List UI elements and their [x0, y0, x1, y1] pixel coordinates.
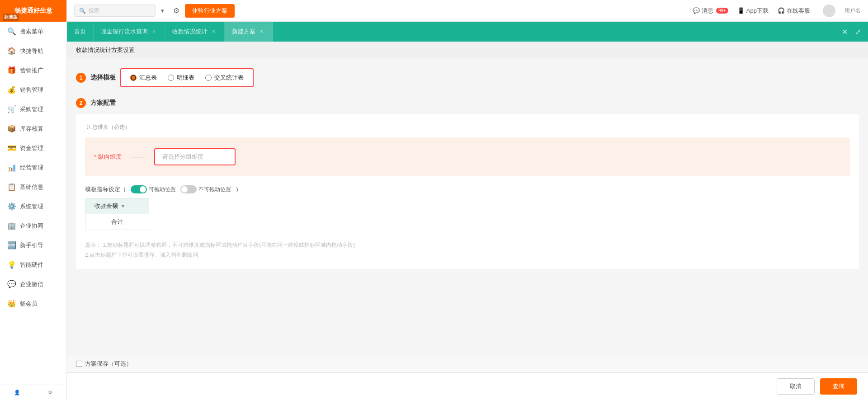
sidebar-item-purchase[interactable]: 🛒采购管理: [0, 99, 66, 119]
finance-label: 资金管理: [20, 144, 43, 152]
sidebar-item-search-menu[interactable]: 🔍搜索菜单: [0, 22, 66, 41]
step2-title: 方案配置: [90, 99, 116, 107]
hint-1: 提示： 1.拖动标题栏可以调整布局，不可跨维度或指标区域拖动栏目字段(只能在同一…: [85, 240, 850, 250]
sidebar-item-corp-coop[interactable]: 🏢企业协同: [0, 216, 66, 235]
user-name: 用户名: [844, 7, 861, 14]
message-badge: 99+: [716, 8, 728, 14]
sidebar: 畅捷通好生意 标准版 🔍搜索菜单🏠快捷导航🎁营销推广💰销售管理🛒采购管理📦库存核…: [0, 0, 67, 400]
system-label: 系统管理: [20, 202, 43, 211]
inventory-label: 库存核算: [20, 125, 43, 133]
quick-nav-icon: 🏠: [7, 47, 16, 55]
metric-header: 模板指标设定（ 可拖动位置 不可拖动位置 ）: [85, 185, 850, 193]
sales-label: 销售管理: [20, 86, 43, 94]
query-button[interactable]: 查询: [820, 378, 857, 395]
dimension-section-label: 汇总维度（必选）: [87, 124, 130, 130]
tab-label-new-plan: 新建方案: [232, 28, 255, 36]
download-btn[interactable]: 📱 App下载: [737, 7, 769, 15]
search-placeholder-text: 搜索: [89, 7, 99, 14]
corp-wechat-label: 企业微信: [20, 280, 43, 288]
gear-icon[interactable]: ⚙: [173, 6, 179, 15]
sidebar-item-smart-hw[interactable]: 💡智能硬件: [0, 255, 66, 274]
tab-cash-bank[interactable]: 现金银行流水查询×: [94, 22, 165, 42]
user-icon: 👤: [14, 390, 20, 395]
metric-dropdown-arrow[interactable]: ▾: [122, 203, 124, 209]
sidebar-item-quick-nav[interactable]: 🏠快捷导航: [0, 41, 66, 61]
message-icon: 💬: [693, 7, 700, 14]
sidebar-item-finance[interactable]: 💳资金管理: [0, 138, 66, 158]
industry-btn[interactable]: 体验行业方案: [185, 4, 235, 18]
tabbar-expand-btn[interactable]: ⤢: [853, 26, 863, 38]
sidebar-item-basic-info[interactable]: 📋基础信息: [0, 177, 66, 197]
sidebar-item-operation[interactable]: 📊经营管理: [0, 158, 66, 177]
message-btn[interactable]: 💬 消息 99+: [693, 7, 728, 15]
tab-close-new-plan[interactable]: ×: [258, 28, 265, 36]
metric-header-label: 收款金额: [94, 202, 118, 210]
sidebar-item-corp-wechat[interactable]: 💬企业微信: [0, 274, 66, 294]
step2-header: 2 方案配置: [76, 98, 859, 108]
radio-cross-input[interactable]: [205, 75, 212, 81]
cancel-button[interactable]: 取消: [777, 378, 815, 395]
topbar-search[interactable]: 🔍 搜索: [74, 5, 156, 17]
radio-detail-label: 明细表: [177, 74, 194, 82]
tabbar: 首页现金银行流水查询×收款情况统计×新建方案×✕⤢: [67, 22, 868, 42]
message-label: 消息: [702, 7, 713, 15]
metric-table-cell: 合计: [85, 214, 149, 230]
step2-badge: 2: [76, 98, 86, 108]
step1-header: 1 选择模板 汇总表 明细表 交叉统计表: [76, 68, 859, 87]
step2-section: 2 方案配置 汇总维度（必选） 纵向维度 —— 请选择分组维度: [76, 98, 859, 269]
sidebar-item-guide[interactable]: 🆕新手引导: [0, 235, 66, 255]
avatar[interactable]: [823, 5, 835, 17]
save-checkbox[interactable]: 方案保存（可选）: [76, 360, 132, 368]
sidebar-item-member[interactable]: 👑畅会员: [0, 294, 66, 313]
sidebar-bottom-user[interactable]: 👤: [14, 390, 20, 395]
radio-summary-input[interactable]: [130, 75, 137, 81]
download-icon: 📱: [737, 7, 745, 14]
member-icon: 👑: [7, 299, 16, 308]
dimension-select[interactable]: 请选择分组维度: [154, 148, 236, 165]
corp-coop-icon: 🏢: [7, 221, 16, 230]
sidebar-item-system[interactable]: ⚙️系统管理: [0, 197, 66, 216]
search-menu-icon: 🔍: [7, 27, 16, 36]
sidebar-item-inventory[interactable]: 📦库存核算: [0, 119, 66, 138]
sidebar-logo: 畅捷通好生意 标准版: [0, 0, 66, 22]
content-area: 收款情况统计方案设置 1 选择模板 汇总表 明细表: [67, 42, 868, 355]
action-bar: 取消 查询: [67, 372, 868, 400]
tab-new-plan[interactable]: 新建方案×: [225, 22, 273, 42]
sidebar-item-marketing[interactable]: 🎁营销推广: [0, 61, 66, 80]
close-paren: ）: [236, 185, 241, 193]
operation-label: 经营管理: [20, 164, 43, 172]
page-title: 收款情况统计方案设置: [67, 42, 868, 59]
metric-table-header[interactable]: 收款金额 ▾: [85, 198, 149, 214]
sales-icon: 💰: [7, 85, 16, 94]
tab-receipt-stats[interactable]: 收款情况统计×: [165, 22, 225, 42]
save-checkbox-input[interactable]: [76, 361, 82, 367]
toggle-fixed[interactable]: [180, 185, 197, 193]
page-body: 1 选择模板 汇总表 明细表 交叉统计表: [67, 59, 868, 289]
main-area: 🔍 搜索 ▾ ⚙ 体验行业方案 💬 消息 99+ 📱 App下载 🎧 在线客服 …: [67, 0, 868, 400]
tab-home[interactable]: 首页: [67, 22, 94, 42]
purchase-label: 采购管理: [20, 105, 43, 113]
marketing-label: 营销推广: [20, 66, 43, 75]
inventory-icon: 📦: [7, 124, 16, 133]
topbar-dropdown[interactable]: ▾: [161, 7, 164, 14]
radio-detail-input[interactable]: [168, 75, 174, 81]
sidebar-item-sales[interactable]: 💰销售管理: [0, 80, 66, 99]
vertical-dim-label: 纵向维度: [94, 153, 122, 161]
system-icon: ⚙️: [7, 202, 16, 211]
sidebar-bottom-settings[interactable]: ⚙: [48, 390, 52, 395]
radio-cross[interactable]: 交叉统计表: [205, 74, 244, 82]
metric-section: 模板指标设定（ 可拖动位置 不可拖动位置 ）: [85, 185, 850, 231]
download-label: App下载: [746, 7, 769, 15]
tab-close-cash-bank[interactable]: ×: [151, 28, 157, 36]
tab-close-receipt-stats[interactable]: ×: [210, 28, 217, 36]
radio-detail[interactable]: 明细表: [168, 74, 194, 82]
marketing-icon: 🎁: [7, 66, 16, 75]
toggle-draggable[interactable]: [131, 185, 147, 193]
radio-summary[interactable]: 汇总表: [130, 74, 157, 82]
service-btn[interactable]: 🎧 在线客服: [778, 7, 810, 15]
tabbar-close-btn[interactable]: ✕: [840, 26, 849, 38]
member-label: 畅会员: [20, 300, 38, 308]
dimension-label: 汇总维度（必选）: [85, 123, 850, 131]
step1-section: 1 选择模板 汇总表 明细表 交叉统计表: [76, 68, 859, 87]
toggle-fixed-group: 不可拖动位置: [180, 185, 231, 193]
